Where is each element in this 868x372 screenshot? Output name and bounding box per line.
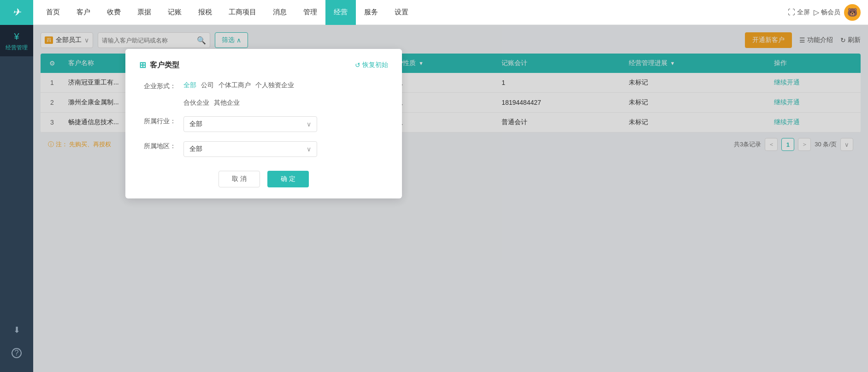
row3-quality: 税人 xyxy=(385,113,497,132)
current-page[interactable]: 1 xyxy=(781,138,794,151)
nav-manage[interactable]: 管理 xyxy=(295,0,325,25)
option-all[interactable]: 全部 xyxy=(183,81,196,90)
industry-row: 所属行业： 全部 ∨ xyxy=(139,116,388,132)
col-action: 操作 xyxy=(769,54,861,73)
modal-title: ⊞ 客户类型 xyxy=(139,60,179,70)
confirm-button[interactable]: 确 定 xyxy=(267,171,309,187)
next-page-btn[interactable]: ＞ xyxy=(798,138,811,151)
quality-filter-icon[interactable]: ▼ xyxy=(419,60,424,66)
nav-fee[interactable]: 收费 xyxy=(99,0,129,25)
employee-label: 全部员工 xyxy=(56,36,82,44)
avatar[interactable]: 🐻 xyxy=(844,4,861,21)
col-progress: 经营管理进展 ▼ xyxy=(624,54,769,73)
option-company[interactable]: 公司 xyxy=(201,81,214,90)
row2-progress: 未标记 xyxy=(624,93,769,113)
reset-icon: ↺ xyxy=(355,61,360,69)
func-intro-btn[interactable]: ☰ 功能介绍 xyxy=(799,36,833,44)
nav-account[interactable]: 记账 xyxy=(159,0,190,25)
logo-icon: ✈ xyxy=(12,6,21,18)
row1-progress: 未标记 xyxy=(624,73,769,93)
row1-index: 1 xyxy=(41,73,64,93)
employee-select[interactable]: 四 全部员工 ∨ xyxy=(41,32,93,48)
refresh-btn[interactable]: ↻ 刷新 xyxy=(840,36,861,44)
employee-arrow-icon: ∨ xyxy=(84,36,89,44)
col-gear[interactable]: ⚙ xyxy=(41,54,64,73)
region-select-text: 全部 xyxy=(189,145,202,153)
nav-operation[interactable]: 经营 xyxy=(325,0,356,25)
download-icon: ⬇ xyxy=(13,325,20,335)
search-input[interactable] xyxy=(102,37,194,44)
filter-btn[interactable]: 筛选 ∧ xyxy=(215,32,248,48)
note-text: 先购买、再授权 xyxy=(69,141,111,148)
option-individual[interactable]: 个体工商户 xyxy=(218,81,251,90)
sidebar-help-btn[interactable]: ? xyxy=(0,343,33,363)
nav-settings[interactable]: 设置 xyxy=(386,0,417,25)
row3-action[interactable]: 继续开通 xyxy=(769,113,861,132)
nav-bill[interactable]: 票据 xyxy=(129,0,159,25)
top-nav: ✈ 首页 客户 收费 票据 记账 报税 工商项目 消息 管理 经营 服务 设置 … xyxy=(0,0,868,25)
func-intro-label: 功能介绍 xyxy=(807,36,833,44)
nav-tax[interactable]: 报税 xyxy=(190,0,220,25)
option-other[interactable]: 其他企业 xyxy=(214,99,240,107)
nav-right: ⛶ 全屏 ▷ 畅会员 🐻 xyxy=(788,4,868,21)
region-chevron-icon: ∨ xyxy=(307,145,311,153)
modal-body: 企业形式： 全部 公司 个体工商户 个人独资企业 合伙企业 其他企业 所属行业：… xyxy=(139,81,388,157)
func-intro-icon: ☰ xyxy=(799,36,805,44)
option-partnership[interactable]: 合伙企业 xyxy=(183,99,209,107)
search-btn[interactable]: 🔍 xyxy=(197,36,206,45)
prev-page-btn[interactable]: ＜ xyxy=(765,138,778,151)
col-quality: 客户性质 ▼ xyxy=(385,54,497,73)
region-value: 全部 ∨ xyxy=(183,141,388,157)
sidebar-operation-label: 经营管理 xyxy=(6,44,28,52)
sidebar-operation-icon: ¥ xyxy=(14,31,19,42)
sidebar-download-btn[interactable]: ⬇ xyxy=(0,320,33,340)
gear-icon: ⚙ xyxy=(49,60,55,67)
filter-label: 筛选 xyxy=(222,36,235,44)
employee-badge: 四 xyxy=(45,36,53,44)
industry-select[interactable]: 全部 ∨ xyxy=(183,116,317,132)
industry-select-text: 全部 xyxy=(189,120,202,128)
row2-action[interactable]: 继续开通 xyxy=(769,93,861,113)
modal-dialog: ⊞ 客户类型 ↺ 恢复初始 企业形式： 全部 公司 个体工商户 个人独资企业 合… xyxy=(125,49,402,198)
sidebar-bottom: ⬇ ? xyxy=(0,320,33,372)
modal-header: ⊞ 客户类型 ↺ 恢复初始 xyxy=(139,60,388,70)
nav-industry[interactable]: 工商项目 xyxy=(220,0,265,25)
footer-right: 共3条记录 ＜ 1 ＞ 30 条/页 ∨ xyxy=(734,138,853,151)
row3-accountant: 普通会计 xyxy=(497,113,624,132)
industry-label: 所属行业： xyxy=(139,116,176,126)
vip-btn[interactable]: ▷ 畅会员 xyxy=(814,8,840,17)
nav-home[interactable]: 首页 xyxy=(38,0,68,25)
refresh-label: 刷新 xyxy=(848,36,861,44)
modal-footer: 取 消 确 定 xyxy=(139,171,388,187)
toolbar-right: 开通新客户 ☰ 功能介绍 ↻ 刷新 xyxy=(745,32,861,48)
modal-title-text: 客户类型 xyxy=(150,60,179,70)
per-page-arrow[interactable]: ∨ xyxy=(840,138,853,151)
region-label: 所属地区： xyxy=(139,141,176,150)
region-select[interactable]: 全部 ∨ xyxy=(183,141,317,157)
info-icon: ⓘ xyxy=(48,141,56,148)
nav-message[interactable]: 消息 xyxy=(265,0,295,25)
option-sole[interactable]: 个人独资企业 xyxy=(255,81,294,90)
row1-action[interactable]: 继续开通 xyxy=(769,73,861,93)
footer-note: ⓘ 注： 先购买、再授权 xyxy=(48,140,111,149)
nav-client[interactable]: 客户 xyxy=(68,0,99,25)
modal-reset-btn[interactable]: ↺ 恢复初始 xyxy=(355,61,388,69)
fullscreen-btn[interactable]: ⛶ 全屏 xyxy=(788,8,810,17)
search-box: 🔍 xyxy=(98,32,210,48)
logo: ✈ xyxy=(0,0,33,25)
progress-filter-icon[interactable]: ▼ xyxy=(670,60,675,66)
filter-up-icon: ∧ xyxy=(236,36,241,44)
open-new-client-btn[interactable]: 开通新客户 xyxy=(745,32,792,48)
enterprise-options: 全部 公司 个体工商户 个人独资企业 合伙企业 其他企业 xyxy=(183,81,388,107)
row3-index: 3 xyxy=(41,113,64,132)
nav-service[interactable]: 服务 xyxy=(356,0,386,25)
note-prefix: 注： xyxy=(56,141,68,148)
vip-label: 畅会员 xyxy=(821,8,840,17)
toolbar: 四 全部员工 ∨ 🔍 筛选 ∧ 开通新客户 ☰ 功能介绍 ↻ 刷新 xyxy=(41,32,861,48)
total-records: 共3条记录 xyxy=(734,140,761,149)
region-row: 所属地区： 全部 ∨ xyxy=(139,141,388,157)
enterprise-label: 企业形式： xyxy=(139,81,176,90)
cancel-button[interactable]: 取 消 xyxy=(218,171,260,187)
industry-value: 全部 ∨ xyxy=(183,116,388,132)
sidebar-item-operation[interactable]: ¥ 经营管理 xyxy=(0,25,33,56)
